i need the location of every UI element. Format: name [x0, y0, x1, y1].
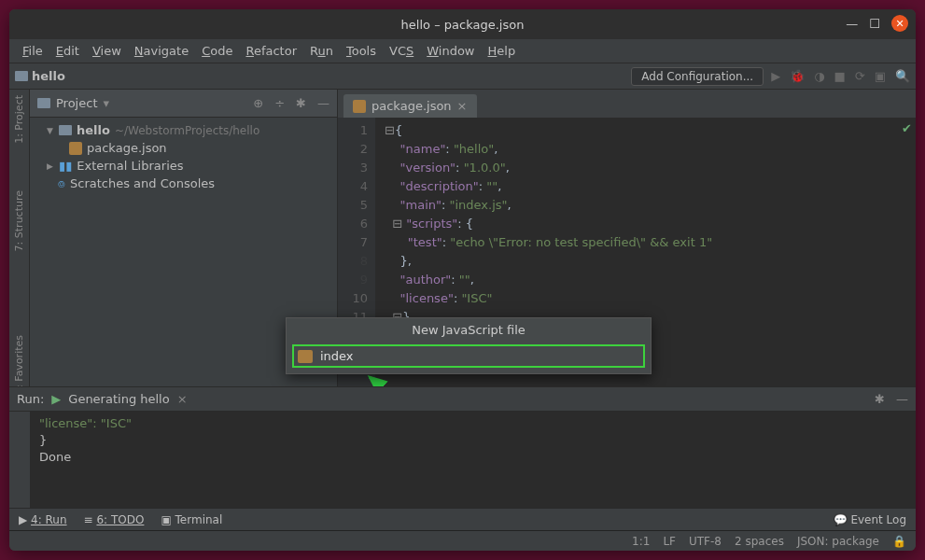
caret-position[interactable]: 1:1: [632, 535, 650, 548]
output-line: }: [39, 432, 906, 449]
tab-project[interactable]: 1: Project: [13, 95, 25, 144]
minimize-button[interactable]: —: [846, 17, 858, 31]
tree-external-libraries[interactable]: ▶ ▮▮ External Libraries: [30, 157, 337, 175]
lineno: 10: [338, 289, 368, 308]
lock-icon[interactable]: 🔒: [892, 535, 906, 548]
window-title: hello – package.json: [401, 18, 525, 32]
project-header: Project ▾ ⊕ ÷ ✱ —: [30, 90, 337, 118]
chevron-down-icon[interactable]: ▾: [103, 96, 109, 110]
menu-edit[interactable]: Edit: [50, 42, 85, 60]
folder-icon: [59, 125, 72, 135]
project-tree[interactable]: ▼ hello ~/WebstormProjects/hello package…: [30, 118, 337, 196]
bottom-toolstrip: ▶ 4: Run ≡ 6: TODO ▣ Terminal 💬 Event Lo…: [9, 508, 916, 530]
filename-input[interactable]: [318, 348, 430, 364]
json-file-icon: [69, 142, 82, 155]
breadcrumb-project: hello: [32, 69, 65, 83]
output-line: "license": "ISC": [39, 416, 132, 430]
left-toolwindow-strip: 1: Project 7: Structure 2: Favorites npm: [9, 90, 30, 386]
tab-package-json[interactable]: package.json ×: [343, 94, 477, 118]
close-run-tab-icon[interactable]: ×: [177, 392, 188, 406]
locate-icon[interactable]: ⊕: [253, 96, 263, 110]
bb-terminal[interactable]: ▣ Terminal: [161, 513, 222, 526]
project-path: ~/WebstormProjects/hello: [115, 124, 259, 137]
run-task: Generating hello: [68, 392, 169, 406]
chevron-right-icon[interactable]: ▶: [47, 161, 54, 171]
tab-favorites[interactable]: 2: Favorites: [13, 335, 25, 386]
folder-icon: [15, 71, 28, 81]
tab-structure[interactable]: 7: Structure: [13, 190, 25, 251]
ext-label: External Libraries: [77, 159, 183, 173]
lineno: 6: [338, 215, 368, 233]
project-name: hello: [77, 123, 110, 137]
window-icon[interactable]: ▣: [875, 69, 886, 83]
hide-icon[interactable]: —: [317, 96, 329, 110]
lineno: 9: [338, 271, 368, 289]
run-icon[interactable]: ▶: [771, 69, 780, 83]
indent[interactable]: 2 spaces: [735, 535, 784, 548]
chevron-down-icon[interactable]: ▼: [47, 126, 54, 135]
schema[interactable]: JSON: package: [797, 535, 879, 548]
ide-window: hello – package.json — ☐ ✕ File Edit Vie…: [9, 9, 916, 551]
collapse-icon[interactable]: ÷: [274, 96, 285, 110]
coverage-icon[interactable]: ◑: [814, 69, 824, 83]
bb-run[interactable]: ▶ 4: Run: [19, 513, 67, 526]
lineno: 1: [338, 121, 368, 140]
run-hide-icon[interactable]: —: [896, 392, 908, 406]
scratch-icon: ⌾: [58, 176, 65, 190]
breadcrumb[interactable]: hello: [15, 69, 65, 83]
run-play-icon[interactable]: ▶: [51, 392, 61, 406]
tree-project-root[interactable]: ▼ hello ~/WebstormProjects/hello: [30, 121, 337, 139]
debug-icon[interactable]: 🐞: [790, 69, 805, 83]
menu-refactor[interactable]: Refactor: [240, 42, 302, 60]
run-action-strip[interactable]: [9, 412, 30, 508]
bb-todo[interactable]: ≡ 6: TODO: [84, 513, 145, 526]
add-configuration-button[interactable]: Add Configuration...: [631, 67, 764, 86]
scratch-label: Scratches and Consoles: [70, 176, 215, 190]
menu-run[interactable]: Run: [304, 42, 339, 60]
workarea: 1: Project 7: Structure 2: Favorites npm…: [9, 90, 916, 386]
run-toolwindow: Run: ▶ Generating hello × ✱ — "license":…: [9, 386, 916, 508]
file-label: package.json: [87, 141, 167, 155]
bb-eventlog[interactable]: 💬 Event Log: [834, 513, 906, 526]
new-js-file-popup: New JavaScript file: [286, 317, 652, 374]
project-title: Project: [56, 96, 97, 110]
lineno: 7: [338, 233, 368, 252]
menu-window[interactable]: Window: [421, 42, 480, 60]
run-settings-icon[interactable]: ✱: [875, 392, 885, 406]
run-output[interactable]: "license": "ISC" } Done: [30, 412, 916, 508]
lineno: 8: [338, 252, 368, 271]
stop-icon[interactable]: ■: [834, 69, 846, 83]
menu-file[interactable]: File: [17, 42, 49, 60]
menu-vcs[interactable]: VCS: [384, 42, 419, 60]
inspections-ok-icon[interactable]: ✔: [902, 121, 912, 135]
editor-tabs: package.json ×: [338, 90, 916, 118]
popup-input-row: [292, 344, 645, 368]
tree-file-package-json[interactable]: package.json: [30, 139, 337, 157]
tab-label: package.json: [371, 99, 452, 113]
folder-icon: [37, 98, 50, 108]
menubar: File Edit View Navigate Code Refactor Ru…: [9, 39, 916, 63]
close-tab-icon[interactable]: ×: [457, 99, 468, 113]
run-title: Run:: [17, 392, 44, 406]
close-button[interactable]: ✕: [891, 15, 908, 32]
titlebar: hello – package.json — ☐ ✕: [9, 9, 916, 39]
tree-scratches[interactable]: ⌾ Scratches and Consoles: [30, 175, 337, 192]
gear-icon[interactable]: ✱: [296, 96, 306, 110]
maximize-button[interactable]: ☐: [869, 17, 880, 31]
menu-code[interactable]: Code: [196, 42, 238, 60]
updates-icon[interactable]: ⟳: [855, 69, 865, 83]
json-file-icon: [353, 100, 366, 113]
search-everywhere-icon[interactable]: 🔍: [895, 69, 910, 83]
encoding[interactable]: UTF-8: [689, 535, 722, 548]
menu-navigate[interactable]: Navigate: [129, 42, 194, 60]
navbar: hello Add Configuration... ▶ 🐞 ◑ ■ ⟳ ▣ 🔍: [9, 63, 916, 90]
menu-view[interactable]: View: [87, 42, 127, 60]
output-line: Done: [39, 449, 906, 466]
menu-tools[interactable]: Tools: [341, 42, 382, 60]
lineno: 3: [338, 159, 368, 177]
line-ending[interactable]: LF: [663, 535, 676, 548]
lineno: 4: [338, 177, 368, 196]
popup-title: New JavaScript file: [287, 318, 651, 344]
lineno: 2: [338, 140, 368, 159]
menu-help[interactable]: Help: [483, 42, 522, 60]
